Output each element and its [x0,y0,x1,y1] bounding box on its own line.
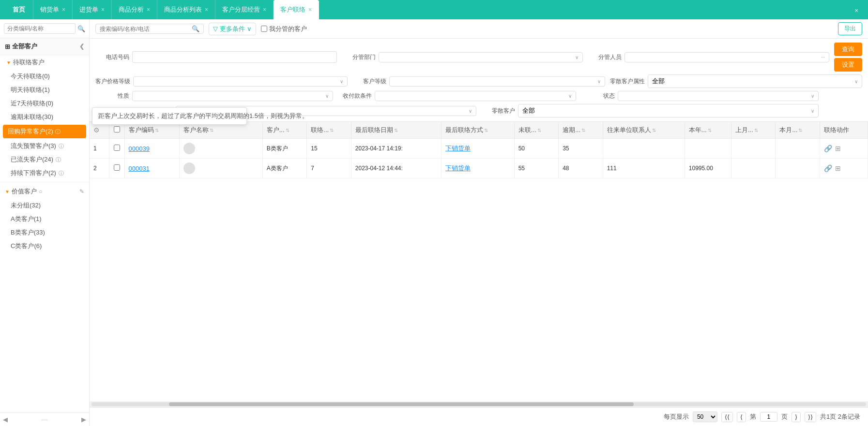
sidebar-item-churn-warning[interactable]: 流失预警客户(3) ⓘ [0,139,89,153]
person-select[interactable]: ··· [624,52,829,62]
dept-select[interactable]: ∨ [379,52,583,62]
nav-tab-customer-contact[interactable]: 客户联络 × [274,0,319,19]
edit-icon[interactable]: ○ [39,188,42,195]
customer-level-select[interactable]: ∨ [389,76,605,87]
sidebar-group-pending[interactable]: ▼ 待联络客户 [0,55,89,70]
nature-field: 性质 ∨ [95,91,333,101]
sidebar-item-overdue[interactable]: 逾期未联络(30) [0,110,89,124]
row2-checkbox[interactable] [114,164,120,171]
info-icon-3: ⓘ [56,157,61,162]
my-customer-checkbox-wrap[interactable]: 我分管的客户 [261,25,307,33]
row2-code-link[interactable]: 000031 [129,165,150,172]
row2-checkbox-cell [109,159,124,178]
edit-icon-2[interactable]: ✎ [79,188,84,195]
sort-contact[interactable]: 联络... ⇅ [311,126,347,134]
nav-tab-customer-tier[interactable]: 客户分层经营 × [215,0,274,19]
select-all-checkbox[interactable] [114,126,120,132]
chevron-icon-2: ··· [821,55,825,60]
page-number-input[interactable] [760,412,777,422]
retail-attr-field: 零散客户属性 全部 ∨ [610,74,862,88]
sidebar-item-ungroup[interactable]: 未分组(32) [0,199,89,212]
row1-qr-icon[interactable]: ⊞ [835,145,841,152]
close-icon[interactable]: × [205,6,208,13]
retail-customer-label: 零散客户 [481,107,515,115]
nav-tab-sales[interactable]: 销货单 × [33,0,73,19]
sidebar-search-icon[interactable]: 🔍 [77,25,85,32]
nav-tab-analysis[interactable]: 商品分析 × [112,0,157,19]
sort-name[interactable]: 客户名称 ⇅ [183,126,259,134]
close-all-button[interactable]: × [850,5,863,15]
sort-type[interactable]: 客户... ⇅ [267,126,303,134]
query-button[interactable]: 查询 [834,43,862,56]
nav-tab-home[interactable]: 首页 [5,0,33,19]
chevron-icon-7: ∨ [568,93,572,99]
table-row: 1 000039 B类客户 15 2023-04-17 14:19: [90,139,868,159]
sidebar-item-tomorrow[interactable]: 明天待联络(1) [0,83,89,97]
page-unit-label: 页 [781,412,788,421]
row1-checkbox[interactable] [114,145,120,151]
sort-last-date[interactable]: 最后联络日期 ⇅ [355,126,437,134]
sidebar-item-churned[interactable]: 已流失客户(24) ⓘ [0,153,89,166]
scrollbar-thumb[interactable] [169,402,634,406]
close-icon[interactable]: × [308,6,312,13]
sidebar-item-7days[interactable]: 近7天待联络(0) [0,97,89,110]
per-page-select[interactable]: 50 20 100 [693,411,717,422]
export-button[interactable]: 导出 [838,22,862,35]
close-icon[interactable]: × [263,6,266,13]
sidebar-item-today[interactable]: 今天待联络(0) [0,70,89,83]
retail-customer-select[interactable]: 全部 ∨ [518,104,819,118]
page-next-button[interactable]: ⟩ [792,412,801,422]
sidebar-all-customers[interactable]: ⊞ 全部客户 ❮ [0,38,89,55]
row2-qr-icon[interactable]: ⊞ [835,164,841,172]
phone-input[interactable] [132,51,337,63]
nature-select[interactable]: ∨ [132,91,333,101]
sort-overdue[interactable]: 逾期... ⇅ [563,126,599,134]
my-customer-checkbox[interactable] [261,26,267,32]
more-conditions-button[interactable]: ▽ 更多条件 ∨ [209,23,256,35]
sidebar-scroll-right[interactable]: ▶ [81,416,86,423]
sort-this-month[interactable]: 本月... ⇅ [779,126,816,134]
close-icon[interactable]: × [62,6,65,13]
close-icon[interactable]: × [101,6,105,13]
sort-contacts[interactable]: 往来单位联系人 ⇅ [607,126,681,134]
sales-tab-label: 销货单 [40,5,59,14]
sidebar-value-customers[interactable]: ▼ 价值客户 ○ ✎ [0,184,89,199]
page-first-button[interactable]: ⟨⟨ [721,412,733,422]
sidebar-item-c-class[interactable]: C类客户(6) [0,239,89,253]
retail-attr-select[interactable]: 全部 ∨ [648,74,862,88]
sidebar-search-input[interactable] [4,23,76,34]
row2-method-link[interactable]: 下销货单 [445,164,471,172]
sidebar-item-b-class[interactable]: B类客户(33) [0,226,89,239]
payment-select[interactable]: ∨ [375,91,576,101]
status-select[interactable]: ∨ [618,91,819,101]
sidebar-item-repurchase-anomaly[interactable]: 回购异常客户(2) ⓘ [3,125,86,138]
row1-method-link[interactable]: 下销货单 [445,145,471,152]
sort-code[interactable]: 客户编码 ⇅ [129,126,175,134]
settings-button[interactable]: 设置 [834,58,862,72]
search-input[interactable] [100,26,192,32]
sidebar-item-a-class[interactable]: A类客户(1) [0,212,89,226]
row1-code-link[interactable]: 000039 [129,145,150,152]
search-icon[interactable]: 🔍 [192,25,199,32]
page-prev-button[interactable]: ⟨ [737,412,746,422]
nav-tab-analysis-list[interactable]: 商品分析列表 × [157,0,215,19]
sort-unread[interactable]: 未联... ⇅ [518,126,555,134]
row2-link-icon[interactable]: 🔗 [824,164,832,172]
price-level-select[interactable]: ∨ [133,76,348,87]
sidebar-scroll-left[interactable]: ◀ [3,416,8,423]
sort-last-month[interactable]: 上月... ⇅ [735,126,772,134]
close-icon[interactable]: × [147,6,150,13]
nav-tab-purchase[interactable]: 进货单 × [73,0,112,19]
sort-this-year[interactable]: 本年... ⇅ [689,126,727,134]
page-last-button[interactable]: ⟩⟩ [805,412,816,422]
row2-last-date: 2023-04-12 14:44: [351,159,441,178]
gear-icon[interactable]: ⚙ [93,126,100,134]
row1-link-icon[interactable]: 🔗 [824,145,832,152]
chevron-icon-6: ∨ [325,93,329,99]
sort-last-method[interactable]: 最后联络方式 ⇅ [445,126,510,134]
sidebar-item-declining[interactable]: 持续下滑客户(2) ⓘ [0,166,89,180]
horizontal-scrollbar[interactable] [90,401,868,407]
chevron-icon-3: ∨ [340,79,343,84]
collapse-icon[interactable]: ❮ [79,43,84,50]
sidebar-search-area: 🔍 [0,19,89,38]
